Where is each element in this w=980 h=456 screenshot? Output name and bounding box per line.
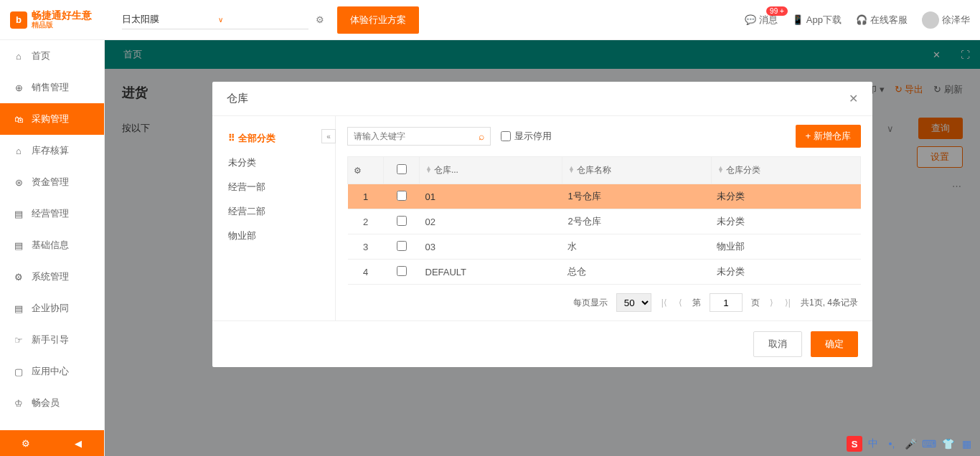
sidebar-item-operation[interactable]: ▤经营管理 (0, 198, 104, 229)
prev-page-icon[interactable]: ⟨ (677, 298, 684, 308)
sort-icon: ▲▼ (568, 166, 575, 173)
select-all-header[interactable] (384, 157, 420, 184)
purchase-icon: 🛍 (13, 114, 24, 125)
ime-toolbar: S 中 •, 🎤 ⌨ 👕 ▦ (847, 436, 974, 452)
cell-category: 未分类 (711, 260, 860, 285)
collab-icon: ▤ (13, 303, 24, 314)
table-row[interactable]: 3 03 水 物业部 (348, 234, 861, 260)
cell-code: DEFAULT (420, 260, 562, 285)
category-item[interactable]: 经营二部 (212, 199, 335, 224)
sidebar-item-home[interactable]: ⌂首页 (0, 40, 104, 72)
customer-service-link[interactable]: 🎧 在线客服 (856, 14, 908, 27)
sidebar-item-system[interactable]: ⚙系统管理 (0, 261, 104, 293)
sidebar-item-collab[interactable]: ▤企业协同 (0, 293, 104, 324)
ime-skin-icon[interactable]: 👕 (940, 436, 956, 452)
logo[interactable]: b 畅捷通好生意 精品版 (10, 10, 115, 30)
column-category[interactable]: ▲▼仓库分类 (711, 157, 860, 184)
guide-icon: ☞ (13, 335, 24, 346)
per-page-label: 每页显示 (573, 297, 608, 309)
modal-overlay: 仓库 ✕ « 全部分类 未分类 经营一部 经营二部 物业部 (105, 40, 980, 456)
sidebar-item-sales[interactable]: ⊕销售管理 (0, 72, 104, 103)
phone-icon: 📱 (792, 14, 804, 25)
next-page-icon[interactable]: ⟩ (768, 298, 775, 308)
company-selector[interactable]: 日太阳膜 ∨ (122, 10, 308, 29)
sidebar-item-finance[interactable]: ⊛资金管理 (0, 166, 104, 198)
search-input[interactable] (354, 131, 479, 141)
sidebar-item-label: 库存核算 (32, 144, 69, 157)
app-download-link[interactable]: 📱 App下载 (792, 14, 842, 27)
cta-button[interactable]: 体验行业方案 (337, 6, 419, 34)
search-input-wrapper: ⌕ (347, 127, 491, 146)
page-label-pre: 第 (692, 297, 701, 309)
operation-icon: ▤ (13, 209, 24, 219)
add-warehouse-button[interactable]: + 新增仓库 (796, 125, 862, 148)
category-all[interactable]: 全部分类 (212, 126, 335, 151)
pagination: 每页显示 50 |⟨ ⟨ 第 页 ⟩ ⟩| 共1页, 4条记录 (336, 285, 872, 320)
settings-icon[interactable]: ⚙ (316, 14, 324, 25)
search-icon[interactable]: ⌕ (479, 130, 484, 142)
category-item[interactable]: 物业部 (212, 224, 335, 248)
sort-icon: ▲▼ (425, 166, 432, 173)
ime-keyboard-icon[interactable]: ⌨ (921, 436, 937, 452)
page-input[interactable] (710, 293, 743, 312)
ime-menu-icon[interactable]: ▦ (958, 436, 974, 452)
sidebar-item-apps[interactable]: ▢应用中心 (0, 356, 104, 387)
sidebar-item-vip[interactable]: ♔畅会员 (0, 387, 104, 419)
sidebar-collapse-button[interactable]: ◀ (52, 430, 105, 456)
sort-icon: ▲▼ (717, 166, 724, 173)
row-index: 2 (348, 209, 384, 234)
sidebar-collapse-icon[interactable]: « (321, 129, 336, 143)
sales-icon: ⊕ (13, 82, 24, 93)
cell-name: 总仓 (562, 260, 711, 285)
collapse-icon: ◀ (75, 438, 82, 449)
column-name[interactable]: ▲▼仓库名称 (562, 157, 711, 184)
ime-lang-icon[interactable]: 中 (865, 436, 881, 452)
per-page-select[interactable]: 50 (616, 293, 651, 312)
table-settings-header[interactable]: ⚙ (348, 157, 384, 184)
show-disabled-label: 显示停用 (514, 130, 552, 143)
ime-punct-icon[interactable]: •, (884, 436, 900, 452)
show-disabled-checkbox[interactable]: 显示停用 (501, 130, 552, 143)
table-row[interactable]: 2 02 2号仓库 未分类 (348, 209, 861, 234)
ok-button[interactable]: 确定 (811, 331, 858, 357)
sidebar-item-inventory[interactable]: ⌂库存核算 (0, 135, 104, 166)
column-code[interactable]: ▲▼仓库... (420, 157, 562, 184)
sidebar-item-label: 经营管理 (32, 207, 69, 220)
sidebar-item-guide[interactable]: ☞新手引导 (0, 324, 104, 356)
ime-mic-icon[interactable]: 🎤 (903, 436, 918, 452)
modal-close-button[interactable]: ✕ (849, 92, 858, 105)
sidebar-bottom: ⚙ ◀ (0, 430, 104, 456)
row-index: 3 (348, 234, 384, 260)
cancel-button[interactable]: 取消 (753, 331, 802, 357)
ime-sogou-icon[interactable]: S (847, 436, 862, 452)
user-menu[interactable]: 徐泽华 (922, 11, 970, 29)
sidebar-item-purchase[interactable]: 🛍采购管理 (0, 103, 104, 135)
vip-icon: ♔ (13, 398, 24, 409)
row-checkbox[interactable] (397, 191, 407, 201)
app-label: App下载 (806, 14, 842, 27)
warehouse-modal: 仓库 ✕ « 全部分类 未分类 经营一部 经营二部 物业部 (212, 82, 872, 367)
first-page-icon[interactable]: |⟨ (660, 298, 669, 308)
sidebar-item-label: 资金管理 (32, 176, 69, 189)
finance-icon: ⊛ (13, 177, 24, 188)
last-page-icon[interactable]: ⟩| (783, 298, 792, 308)
row-checkbox[interactable] (397, 216, 407, 226)
service-label: 在线客服 (870, 14, 908, 27)
row-checkbox[interactable] (397, 241, 407, 251)
select-all-checkbox[interactable] (397, 164, 407, 174)
row-checkbox[interactable] (397, 266, 407, 276)
pagination-summary: 共1页, 4条记录 (801, 297, 858, 309)
sidebar-item-label: 系统管理 (32, 270, 69, 283)
headset-icon: 🎧 (856, 14, 867, 25)
cell-category: 物业部 (711, 234, 860, 260)
sidebar-settings-button[interactable]: ⚙ (0, 430, 52, 456)
category-item[interactable]: 经营一部 (212, 175, 335, 199)
sidebar-item-basic[interactable]: ▤基础信息 (0, 229, 104, 261)
messages-link[interactable]: 💬 消息 99 + (745, 14, 778, 27)
category-item[interactable]: 未分类 (212, 151, 335, 175)
table-row[interactable]: 4 DEFAULT 总仓 未分类 (348, 260, 861, 285)
table-row[interactable]: 1 01 1号仓库 未分类 (348, 184, 861, 209)
cell-name: 水 (562, 234, 711, 260)
show-disabled-input[interactable] (501, 131, 511, 141)
main-sidebar: ⌂首页 ⊕销售管理 🛍采购管理 ⌂库存核算 ⊛资金管理 ▤经营管理 ▤基础信息 … (0, 40, 105, 456)
